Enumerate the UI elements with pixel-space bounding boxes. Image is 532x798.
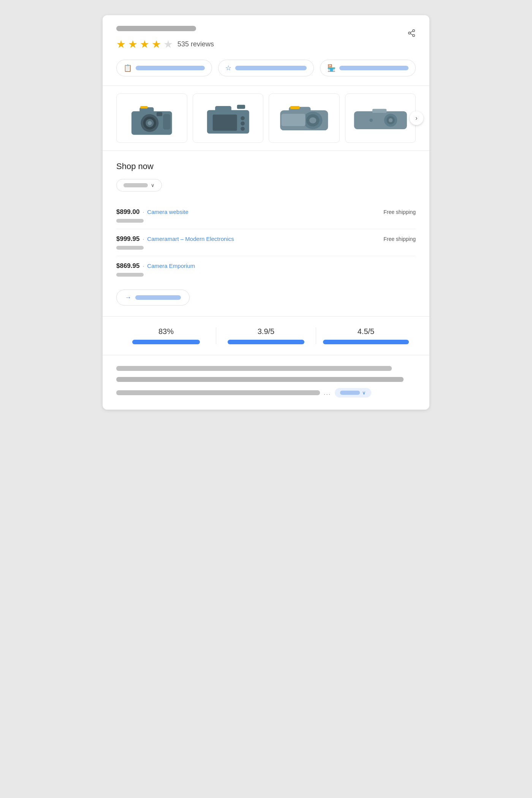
images-section: › xyxy=(103,86,429,151)
shop-item-1-top: $899.00 · Camera website Free shipping xyxy=(116,208,416,216)
ellipsis: ... xyxy=(324,390,331,396)
specs-label xyxy=(136,66,205,70)
shop-item-1-store[interactable]: Camera website xyxy=(147,209,188,215)
shop-section: Shop now ∨ $899.00 · Camera website Free… xyxy=(103,151,429,317)
filter-chevron-icon: ∨ xyxy=(151,182,155,188)
star-5: ★ xyxy=(163,38,173,51)
shop-item-1: $899.00 · Camera website Free shipping xyxy=(116,202,416,229)
svg-rect-16 xyxy=(212,114,237,131)
stars-row: ★ ★ ★ ★ ★ 535 reviews xyxy=(116,38,214,51)
svg-rect-12 xyxy=(157,112,162,116)
svg-rect-7 xyxy=(140,106,147,108)
action-buttons: 📋 ☆ 🏪 xyxy=(116,60,416,76)
shop-item-3-price: $869.95 xyxy=(116,262,139,270)
shop-item-3: $869.95 · Camera Emporium xyxy=(116,256,416,283)
description-line-3 xyxy=(116,390,320,395)
shop-item-3-sep: · xyxy=(142,263,144,269)
share-icon[interactable] xyxy=(407,29,416,39)
stat-value-3: 4.5/5 xyxy=(358,327,374,336)
stat-bar-1 xyxy=(132,340,200,344)
filter-button[interactable]: ∨ xyxy=(116,179,162,192)
description-line-3-wrap: ... ∨ xyxy=(116,388,416,397)
star-3: ★ xyxy=(140,38,149,51)
stat-item-1: 83% xyxy=(116,327,216,344)
svg-line-3 xyxy=(410,33,413,35)
stat-value-2: 3.9/5 xyxy=(258,327,274,336)
stat-bar-2 xyxy=(228,340,304,344)
store-icon: 🏪 xyxy=(327,64,336,72)
specs-button[interactable]: 📋 xyxy=(116,60,212,76)
shop-item-2-subbar xyxy=(116,246,144,250)
shop-item-2: $999.95 · Cameramart – Modern Electronic… xyxy=(116,229,416,256)
svg-point-11 xyxy=(148,121,152,125)
stat-item-2: 3.9/5 xyxy=(216,327,316,344)
store-label xyxy=(339,66,408,70)
rating-section: ★ ★ ★ ★ ★ 535 reviews 📋 xyxy=(103,15,429,86)
shop-item-1-left: $899.00 · Camera website xyxy=(116,208,188,216)
svg-rect-28 xyxy=(354,111,407,129)
star-2: ★ xyxy=(128,38,138,51)
svg-rect-23 xyxy=(290,106,300,109)
shop-item-2-top: $999.95 · Cameramart – Modern Electronic… xyxy=(116,235,416,243)
svg-point-17 xyxy=(241,116,245,120)
stat-bar-3 xyxy=(323,340,409,344)
product-card: ★ ★ ★ ★ ★ 535 reviews 📋 xyxy=(103,15,429,410)
stats-section: 83% 3.9/5 4.5/5 xyxy=(103,317,429,355)
svg-rect-20 xyxy=(237,105,245,109)
shop-item-1-price: $899.00 xyxy=(116,208,139,216)
svg-line-4 xyxy=(410,31,413,33)
expand-button[interactable]: ∨ xyxy=(335,388,371,397)
arrow-right-icon: → xyxy=(125,294,131,301)
svg-rect-27 xyxy=(282,114,306,126)
svg-point-26 xyxy=(309,117,316,124)
camera-image-2[interactable] xyxy=(193,93,264,143)
shop-item-2-sep: · xyxy=(142,236,144,242)
next-button[interactable]: › xyxy=(410,111,423,125)
description-section: ... ∨ xyxy=(103,355,429,410)
see-more-label xyxy=(135,295,181,300)
store-button[interactable]: 🏪 xyxy=(320,60,416,76)
product-title-bar xyxy=(116,26,196,31)
shop-item-2-store[interactable]: Cameramart – Modern Electronics xyxy=(147,236,234,242)
shop-item-2-shipping: Free shipping xyxy=(383,236,416,242)
specs-icon: 📋 xyxy=(124,64,132,72)
expand-chevron-icon: ∨ xyxy=(362,390,366,396)
svg-rect-15 xyxy=(215,106,231,112)
shop-item-2-left: $999.95 · Cameramart – Modern Electronic… xyxy=(116,235,234,243)
shop-item-1-subbar xyxy=(116,219,144,223)
save-label xyxy=(235,66,307,70)
description-line-1 xyxy=(116,366,392,371)
shop-item-3-top: $869.95 · Camera Emporium xyxy=(116,262,416,270)
shop-item-1-shipping: Free shipping xyxy=(383,209,416,215)
svg-point-18 xyxy=(241,122,245,126)
svg-rect-13 xyxy=(163,114,170,130)
review-count: 535 reviews xyxy=(177,40,214,48)
expand-label xyxy=(340,391,360,395)
shop-item-3-left: $869.95 · Camera Emporium xyxy=(116,262,195,270)
svg-rect-33 xyxy=(372,109,386,113)
save-icon: ☆ xyxy=(225,64,231,72)
description-line-2 xyxy=(116,377,404,382)
svg-point-31 xyxy=(388,118,393,122)
stat-value-1: 83% xyxy=(158,327,174,336)
shop-item-3-subbar xyxy=(116,273,144,277)
shop-item-1-sep: · xyxy=(142,209,144,215)
shop-item-2-price: $999.95 xyxy=(116,235,139,243)
star-1: ★ xyxy=(116,38,126,51)
shop-title: Shop now xyxy=(116,162,416,171)
camera-image-1[interactable] xyxy=(116,93,187,143)
filter-label xyxy=(124,183,148,187)
save-button[interactable]: ☆ xyxy=(218,60,314,76)
svg-point-32 xyxy=(369,119,373,122)
camera-image-4[interactable] xyxy=(345,93,416,143)
svg-point-19 xyxy=(241,127,245,131)
stat-item-3: 4.5/5 xyxy=(316,327,416,344)
see-more-button[interactable]: → xyxy=(116,290,190,306)
shop-item-3-store[interactable]: Camera Emporium xyxy=(147,263,195,269)
camera-image-3[interactable] xyxy=(269,93,340,143)
star-4: ★ xyxy=(152,38,161,51)
